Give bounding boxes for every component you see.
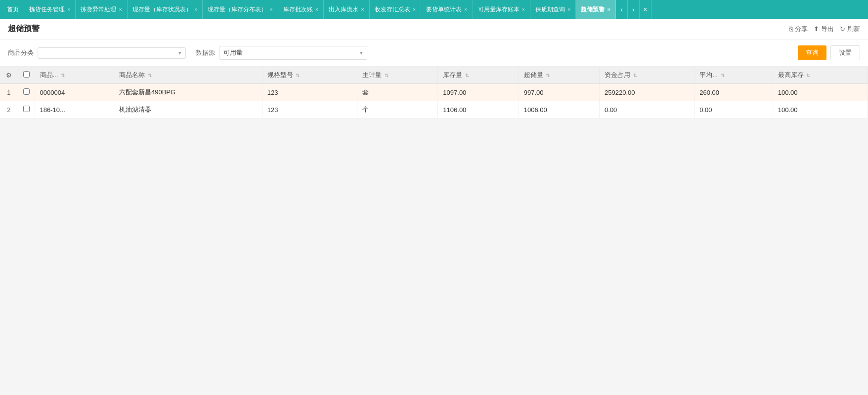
product-category-select[interactable]: ▾ [38,47,186,59]
avg-cell: 0.00 [694,101,773,118]
sort-icon: ⇅ [633,73,637,78]
nav-tab-inout[interactable]: 出入库流水 × [324,0,369,19]
refresh-button[interactable]: ↻ 刷新 [840,25,860,34]
stock-column-header[interactable]: 库存量 ⇅ [438,67,519,84]
checkbox-column-header[interactable] [18,67,35,84]
nav-tab-summary[interactable]: 收发存汇总表 × [370,0,421,19]
data-source-select[interactable]: 可用量 ▾ [219,46,367,60]
avg-column-header[interactable]: 平均... ⇅ [694,67,773,84]
spec-cell: 123 [262,84,357,101]
row-checkbox[interactable] [23,88,30,95]
avg-cell: 260.00 [694,84,773,101]
sort-icon: ⇅ [385,73,389,78]
capital-cell: 0.00 [600,101,694,118]
page-header: 超储预警 ⎘ 分享 ⬆ 导出 ↻ 刷新 [0,19,868,40]
row-number: 1 [0,84,18,101]
nav-next-arrow[interactable]: › [628,0,640,19]
nav-tab-expiry[interactable]: 保质期查询 × [530,0,576,19]
close-icon[interactable]: × [315,6,318,12]
data-source-group: 数据源 可用量 ▾ [196,46,367,60]
max-stock-cell: 100.00 [773,101,868,118]
nav-tab-stock-status[interactable]: 现存量（库存状况表） × [128,0,203,19]
close-icon[interactable]: × [464,6,467,12]
close-icon[interactable]: × [67,6,70,12]
filter-bar: 商品分类 ▾ 数据源 可用量 ▾ 查询 设置 [0,40,868,67]
export-button[interactable]: ⬆ 导出 [814,25,834,34]
nav-tab-overstock[interactable]: 超储预警 × [576,0,615,19]
nav-close-arrow[interactable]: × [640,0,651,19]
product-name-cell: 机油滤清器 [114,101,262,118]
overstock-cell: 997.00 [519,84,599,101]
top-nav: 首页 拣货任务管理 × 拣货异常处理 × 现存量（库存状况表） × 现存量（库存… [0,0,868,19]
unit-cell: 套 [357,84,438,101]
row-checkbox-cell[interactable] [18,101,35,118]
nav-tab-available[interactable]: 可用量库存账本 × [473,0,530,19]
sort-icon: ⇅ [546,73,550,78]
product-code-cell: 186-10... [35,101,114,118]
product-code-column-header[interactable]: 商品... ⇅ [35,67,114,84]
share-icon: ⎘ [789,25,793,33]
nav-tab-pick-task[interactable]: 拣货任务管理 × [24,0,76,19]
close-icon[interactable]: × [361,6,364,12]
max-stock-column-header[interactable]: 最高库存 ⇅ [773,67,868,84]
sort-icon: ⇅ [148,73,152,78]
row-checkbox-cell[interactable] [18,84,35,101]
stock-cell: 1097.00 [438,84,519,101]
export-icon: ⬆ [814,25,819,33]
close-icon[interactable]: × [567,6,570,12]
data-table: ⚙ 商品... ⇅ 商品名称 ⇅ 规格型号 ⇅ 主计量 [0,67,868,118]
table-row: 1 0000004 六配套新昌490BPG 123 套 1097.00 997.… [0,84,868,101]
close-icon[interactable]: × [269,6,272,12]
table-row: 2 186-10... 机油滤清器 123 个 1106.00 1006.00 … [0,101,868,118]
query-button[interactable]: 查询 [798,45,826,60]
product-name-cell: 六配套新昌490BPG [114,84,262,101]
close-icon[interactable]: × [607,6,610,12]
spec-column-header[interactable]: 规格型号 ⇅ [262,67,357,84]
table-container: ⚙ 商品... ⇅ 商品名称 ⇅ 规格型号 ⇅ 主计量 [0,67,868,118]
nav-tab-batch[interactable]: 库存批次账 × [278,0,324,19]
sort-icon: ⇅ [465,73,469,78]
nav-tab-stock-dist[interactable]: 现存量（库存分布表） × [203,0,278,19]
row-checkbox[interactable] [23,106,30,112]
close-icon[interactable]: × [119,6,122,12]
product-name-column-header[interactable]: 商品名称 ⇅ [114,67,262,84]
nav-tab-home[interactable]: 首页 [2,0,24,19]
chevron-down-icon: ▾ [178,50,181,56]
settings-column-header[interactable]: ⚙ [0,67,18,84]
spec-cell: 123 [262,101,357,118]
row-number: 2 [0,101,18,118]
share-button[interactable]: ⎘ 分享 [789,25,808,34]
sort-icon: ⇅ [61,73,65,78]
nav-prev-arrow[interactable]: ‹ [616,0,628,19]
sort-icon: ⇅ [806,73,810,78]
nav-tab-order-stats[interactable]: 要货单统计表 × [421,0,473,19]
page-title: 超储预警 [8,24,40,34]
select-all-checkbox[interactable] [23,71,30,78]
chevron-down-icon: ▾ [360,50,363,56]
sort-icon: ⇅ [721,73,725,78]
unit-column-header[interactable]: 主计量 ⇅ [357,67,438,84]
product-category-label: 商品分类 [8,48,34,57]
unit-cell: 个 [357,101,438,118]
product-category-group: 商品分类 ▾ [8,47,186,59]
close-icon[interactable]: × [413,6,416,12]
product-code-cell: 0000004 [35,84,114,101]
nav-tab-pick-exception[interactable]: 拣货异常处理 × [76,0,127,19]
capital-cell: 259220.00 [600,84,694,101]
refresh-icon: ↻ [840,25,845,33]
sort-icon: ⇅ [296,73,300,78]
max-stock-cell: 100.00 [773,84,868,101]
data-source-value: 可用量 [223,48,243,57]
filter-buttons: 查询 设置 [798,45,860,60]
close-icon[interactable]: × [522,6,525,12]
close-icon[interactable]: × [194,6,197,12]
table-header-row: ⚙ 商品... ⇅ 商品名称 ⇅ 规格型号 ⇅ 主计量 [0,67,868,84]
data-source-label: 数据源 [196,48,215,57]
stock-cell: 1106.00 [438,101,519,118]
header-actions: ⎘ 分享 ⬆ 导出 ↻ 刷新 [789,25,860,34]
capital-column-header[interactable]: 资金占用 ⇅ [600,67,694,84]
overstock-column-header[interactable]: 超储量 ⇅ [519,67,599,84]
overstock-cell: 1006.00 [519,101,599,118]
settings-button[interactable]: 设置 [830,45,860,60]
